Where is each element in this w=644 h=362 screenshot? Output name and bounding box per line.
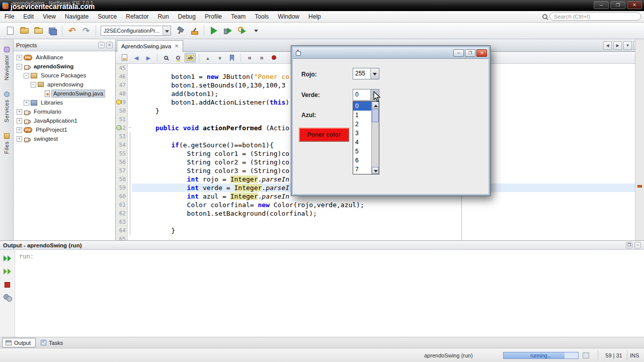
menu-edit[interactable]: Edit — [19, 12, 38, 22]
record-macro-button[interactable] — [268, 53, 279, 62]
close-window-button[interactable] — [627, 1, 642, 9]
dock-tab-files[interactable]: Files — [0, 130, 13, 157]
tree-toggle-handle[interactable]: − — [24, 73, 29, 78]
stop-build-button[interactable] — [3, 280, 13, 289]
fold-column[interactable]: − — [128, 124, 132, 132]
profile-dropdown-button[interactable] — [249, 24, 263, 37]
menu-window[interactable]: Window — [273, 12, 304, 22]
run-project-button[interactable] — [207, 24, 221, 37]
find-selection-button[interactable] — [160, 53, 172, 62]
chevron-down-icon[interactable] — [163, 26, 171, 35]
float-window-icon[interactable] — [626, 242, 632, 248]
search-input[interactable] — [549, 12, 641, 21]
bottom-tab-tasks[interactable]: Tasks — [38, 338, 67, 347]
new-project-button[interactable] — [17, 24, 31, 37]
code-line-62[interactable]: 62 boton1.setBackground(colorfinal); — [116, 209, 635, 218]
close-tab-icon[interactable] — [175, 44, 179, 49]
tree-node-phpproject1[interactable]: +PhpProject1 — [14, 125, 115, 134]
scroll-tabs-right-button[interactable] — [613, 41, 622, 50]
dropdown-item-3[interactable]: 3 — [353, 129, 371, 138]
toggle-bookmark-button[interactable] — [226, 53, 237, 62]
build-project-button[interactable] — [173, 24, 187, 37]
menu-run[interactable]: Run — [153, 12, 174, 22]
shift-line-left-button[interactable] — [244, 53, 255, 62]
dropdown-item-1[interactable]: 1 — [353, 111, 371, 120]
navigate-back-button[interactable] — [131, 53, 142, 62]
console-output[interactable]: run: — [15, 250, 644, 337]
dropdown-item-2[interactable]: 2 — [353, 120, 371, 129]
debug-project-button[interactable] — [221, 24, 235, 37]
code-line-61[interactable]: 61 Color colorfinal= new Color(rojo,verd… — [116, 201, 635, 209]
find-next-button[interactable] — [173, 53, 184, 62]
editor-tab-aprendoswing[interactable]: AprendoSwing.java — [117, 40, 183, 52]
save-all-button[interactable] — [45, 24, 59, 37]
tree-toggle-handle[interactable]: + — [17, 136, 22, 142]
minimize-window-button[interactable] — [594, 1, 609, 9]
menu-tools[interactable]: Tools — [250, 12, 273, 22]
menu-team[interactable]: Team — [226, 12, 250, 22]
navigate-forward-button[interactable] — [143, 53, 154, 62]
bottom-tab-output[interactable]: Output — [2, 338, 36, 347]
output-settings-button[interactable] — [3, 293, 13, 302]
tree-node-swingtest[interactable]: +swingtest — [14, 134, 115, 143]
chevron-down-icon[interactable] — [370, 68, 379, 79]
tree-toggle-handle[interactable]: + — [17, 55, 22, 60]
dropdown-item-7[interactable]: 7 — [353, 165, 371, 174]
profile-project-button[interactable] — [235, 24, 249, 37]
dialog-close-button[interactable] — [476, 49, 487, 57]
tree-node-source-packages[interactable]: −Source Packages — [14, 71, 115, 80]
minimize-window-icon[interactable] — [634, 242, 641, 248]
toggle-highlight-button[interactable] — [185, 53, 196, 62]
tree-node-aprendoswing[interactable]: −aprendoSwing — [14, 62, 115, 71]
caret-position-mark[interactable] — [637, 185, 642, 188]
dock-tab-services[interactable]: Services — [0, 88, 13, 126]
tree-toggle-handle[interactable]: + — [17, 109, 22, 115]
hint-bulb-icon[interactable] — [116, 100, 121, 105]
menu-refactor[interactable]: Refactor — [121, 12, 153, 22]
dropdown-item-0[interactable]: 0 — [353, 102, 371, 111]
override-marker-icon[interactable] — [116, 125, 121, 130]
dropdown-item-6[interactable]: 6 — [353, 156, 371, 165]
dialog-titlebar[interactable] — [293, 47, 489, 59]
previous-occurrence-button[interactable] — [202, 53, 213, 62]
progress-bar[interactable]: running... — [503, 352, 579, 359]
code-line-65[interactable]: 65 — [116, 235, 635, 240]
rojo-combobox[interactable]: 255 — [353, 68, 379, 79]
tree-toggle-handle[interactable]: + — [24, 100, 29, 106]
tree-node-airalliance[interactable]: +AirAlliance — [14, 53, 115, 62]
menu-navigate[interactable]: Navigate — [60, 12, 93, 22]
dropdown-item-5[interactable]: 5 — [353, 147, 371, 156]
projects-header[interactable]: Projects — [14, 39, 115, 51]
clean-build-button[interactable] — [187, 24, 201, 37]
scrollbar-thumb[interactable] — [372, 109, 379, 122]
poner-color-button[interactable]: Poner color — [299, 128, 349, 142]
menu-profile[interactable]: Profile — [200, 12, 226, 22]
open-project-button[interactable] — [31, 24, 45, 37]
menu-debug[interactable]: Debug — [174, 12, 200, 22]
rerun-button[interactable] — [3, 254, 13, 263]
error-stripe[interactable] — [635, 39, 644, 240]
rerun-alt-button[interactable] — [3, 267, 13, 276]
menu-file[interactable]: File — [0, 12, 19, 22]
tree-toggle-handle[interactable]: + — [17, 127, 22, 133]
dialog-minimize-button[interactable] — [453, 49, 464, 57]
dropdown-scrollbar[interactable] — [371, 102, 379, 174]
tree-node-libraries[interactable]: +Libraries — [14, 98, 115, 107]
dock-tab-navigator[interactable]: Navigator — [0, 43, 13, 84]
minimize-window-icon[interactable] — [98, 42, 105, 48]
next-occurrence-button[interactable] — [214, 53, 225, 62]
menu-source[interactable]: Source — [93, 12, 121, 22]
document-list-button[interactable] — [623, 41, 632, 50]
tree-node-formulario[interactable]: +Formulario — [14, 107, 115, 116]
menu-view[interactable]: View — [38, 12, 60, 22]
tree-toggle-handle[interactable]: − — [31, 82, 36, 87]
tree-node-aprendoswing-java[interactable]: AprendoSwing.java — [14, 89, 115, 98]
menu-help[interactable]: Help — [304, 12, 326, 22]
undo-button[interactable] — [65, 24, 79, 37]
redo-button[interactable] — [79, 24, 93, 37]
dropdown-item-4[interactable]: 4 — [353, 138, 371, 147]
process-list-icon[interactable] — [583, 352, 589, 358]
new-file-button[interactable] — [3, 24, 17, 37]
shift-line-right-button[interactable] — [256, 53, 267, 62]
tree-node-javaapplication1[interactable]: +JavaApplication1 — [14, 116, 115, 125]
